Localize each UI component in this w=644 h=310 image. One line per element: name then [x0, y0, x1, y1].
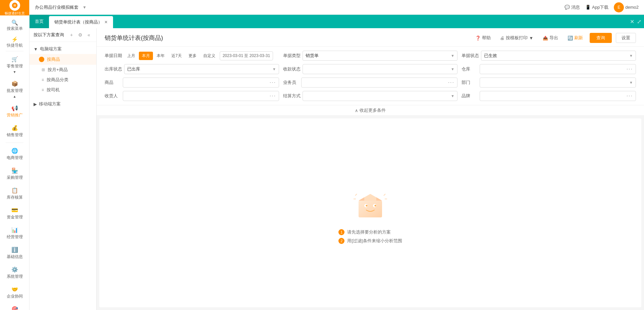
enterprise-icon: 🤝	[11, 286, 18, 293]
tab-home[interactable]: 首页	[30, 15, 49, 28]
date-tab-thisyear[interactable]: 本年	[154, 52, 168, 60]
export-btn[interactable]: 📤 导出	[540, 34, 561, 42]
collapse-bar[interactable]: ∧ 收起更多条件	[97, 105, 644, 116]
sidebar-item-newbie[interactable]: 🎯 新手引导	[0, 303, 29, 310]
tip-num-1: 1	[338, 229, 344, 235]
sidebar-item-inventory[interactable]: 📋 库存核算	[0, 184, 29, 204]
scheme-item-by-month-product[interactable]: ⊞ 按月+商品	[30, 65, 96, 75]
basic-label: 基础信息	[7, 254, 23, 260]
print-dropdown-icon: ▼	[529, 36, 533, 41]
sub-icon-cashier: ≡	[42, 88, 44, 92]
sidebar-item-marketing[interactable]: 📢 营销推广	[0, 102, 29, 121]
operations-icon: 📊	[11, 227, 18, 233]
expand-icon[interactable]: ⤢	[637, 18, 641, 25]
sidebar-item-ecommerce[interactable]: 🌐 电商管理	[0, 144, 29, 164]
group-pc-label: 电脑端方案	[40, 46, 62, 52]
sidebar-item-operations[interactable]: 📊 经营管理	[0, 223, 29, 243]
product-label: 商品	[105, 80, 121, 86]
left-panel: 按以下方案查询 + ⚙ « ▼ 电脑端方案 按商品 ⊞ 按月+商品	[30, 28, 97, 310]
collapse-panel-btn[interactable]: «	[86, 32, 92, 38]
minimize-icon[interactable]: ✕	[630, 18, 634, 25]
brand-control[interactable]: ···	[480, 91, 636, 101]
refresh-btn[interactable]: 🔄 刷新	[565, 34, 586, 42]
recipient-control[interactable]: ···	[123, 91, 279, 101]
topbar-right: 💬 消息 📱 App下载 E demo2	[565, 2, 639, 12]
warehouse-control[interactable]: ···	[480, 64, 636, 74]
doc-type-control[interactable]: 销货单 ▼	[303, 51, 458, 61]
tab-report[interactable]: 销货单统计表（按商品） ✕	[49, 16, 113, 28]
search-menu[interactable]: 🔍 搜索菜单	[0, 15, 29, 34]
app-logo[interactable]: 畅捷通好生意	[0, 0, 30, 15]
date-tab-more[interactable]: 更多	[185, 52, 200, 60]
date-range[interactable]: 2023-03-01 至 2023-03-31	[220, 51, 273, 60]
date-tab-lastmonth[interactable]: 上月	[124, 52, 138, 60]
settings-scheme-btn[interactable]: ⚙	[77, 32, 84, 38]
date-tab-thismonth[interactable]: 本月	[139, 52, 153, 60]
doc-status-control[interactable]: 已生效 ▼	[481, 51, 636, 61]
sidebar-item-system[interactable]: ⚙️ 系统管理	[0, 263, 29, 283]
filter-date: 单据日期 上月 本月 本年 近7天 更多 自定义 2023-03-01 至 20…	[105, 51, 279, 60]
export-icon: 📤	[543, 36, 548, 41]
wholesale-icon: 📦	[11, 81, 18, 87]
sales-icon: 💰	[11, 125, 18, 131]
sidebar-item-wholesale[interactable]: 📦 批发管理 ▲	[0, 77, 29, 102]
sidebar-item-purchase[interactable]: 🏪 采购管理	[0, 164, 29, 184]
svg-point-6	[366, 205, 368, 206]
add-scheme-btn[interactable]: +	[68, 32, 75, 38]
date-tabs: 上月 本月 本年 近7天 更多 自定义	[124, 52, 218, 60]
payment-label: 收款状态	[283, 66, 301, 72]
warehouse-dots: ···	[627, 66, 633, 72]
user-menu[interactable]: E demo2	[614, 2, 639, 12]
query-btn[interactable]: 查询	[590, 33, 612, 43]
payment-control[interactable]: ▼	[303, 64, 458, 74]
salesperson-control[interactable]: ···	[301, 78, 458, 88]
svg-rect-0	[359, 201, 382, 217]
svg-point-7	[375, 205, 376, 206]
collapse-label: 收起更多条件	[360, 107, 386, 113]
industry-dropdown[interactable]: ▼	[83, 5, 87, 10]
scheme-group-pc-header[interactable]: ▼ 电脑端方案	[30, 44, 96, 54]
out-status-arrow: ▼	[272, 67, 276, 71]
help-btn[interactable]: ❓ 帮助	[473, 34, 493, 42]
app-name: 畅捷通好生意	[5, 11, 25, 15]
logo-icon	[9, 0, 20, 11]
scheme-group-mobile-header[interactable]: ▶ 移动端方案	[30, 99, 96, 109]
sub-icon-grid: ⊞	[42, 67, 45, 72]
page-title-bar: 销货单统计表(按商品) ❓ 帮助 🖨 按模板打印 ▼ 📤 导出	[97, 28, 644, 47]
empty-area: 1 请先选择要分析的方案 2 用[过滤]条件来缩小分析范围	[99, 118, 641, 307]
download-icon: 📱	[585, 5, 591, 10]
sidebar-item-finance[interactable]: 💳 资金管理	[0, 204, 29, 223]
basic-icon: ℹ️	[11, 247, 18, 253]
print-btn[interactable]: 🖨 按模板打印 ▼	[497, 34, 536, 42]
inventory-label: 库存核算	[7, 195, 23, 200]
date-tab-7days[interactable]: 近7天	[168, 52, 185, 60]
product-dots: ···	[270, 80, 276, 86]
quick-nav[interactable]: ⚡ 快捷导航	[0, 34, 29, 50]
out-status-control[interactable]: 已出库 ▼	[124, 64, 279, 74]
salesperson-label: 业务员	[283, 80, 299, 86]
sidebar-item-basic[interactable]: ℹ️ 基础信息	[0, 243, 29, 263]
marketing-icon: 📢	[11, 105, 18, 111]
setting-btn[interactable]: 设置	[616, 33, 636, 43]
app-download-btn[interactable]: 📱 App下载	[585, 4, 608, 10]
scheme-item-by-category[interactable]: ≡ 按商品分类	[30, 75, 96, 85]
sidebar-item-enterprise[interactable]: 🤝 企业协同	[0, 283, 29, 303]
sidebar-item-sales[interactable]: 💰 销售管理	[0, 121, 29, 141]
department-control[interactable]: ▼	[480, 78, 636, 88]
scheme-item-by-cashier[interactable]: ≡ 按司机	[30, 85, 96, 95]
svg-line-10	[384, 194, 385, 196]
topbar: 办公用品行业模拟账套 ▼ 💬 消息 📱 App下载 E demo2	[30, 0, 644, 15]
filter-department: 部门 ▼	[462, 78, 636, 88]
salesperson-dots: ···	[448, 80, 454, 86]
settlement-control[interactable]: ▼	[303, 91, 458, 101]
close-tab-icon[interactable]: ✕	[104, 20, 108, 24]
sidebar-item-retail[interactable]: 🛒 零售管理 ▼	[0, 53, 29, 77]
date-tab-custom[interactable]: 自定义	[200, 52, 218, 60]
brand-dots: ···	[627, 93, 633, 99]
scheme-item-by-product[interactable]: 按商品	[30, 54, 96, 65]
message-btn[interactable]: 💬 消息	[565, 4, 580, 10]
product-control[interactable]: ···	[123, 78, 279, 88]
help-icon: ❓	[475, 36, 481, 41]
wholesale-label: 批发管理	[7, 88, 23, 94]
doc-status-arrow: ▼	[629, 54, 633, 58]
